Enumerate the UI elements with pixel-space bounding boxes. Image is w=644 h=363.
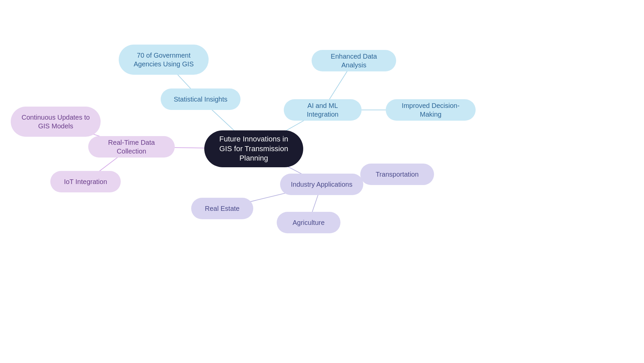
statistical-insights-label: Statistical Insights	[174, 95, 227, 104]
real-estate-node: Real Estate	[191, 198, 253, 219]
center-label: Future Innovations in GIS for Transmissi…	[214, 134, 294, 163]
ai-ml-label: AI and ML Integration	[293, 101, 352, 119]
industry-label: Industry Applications	[291, 180, 352, 189]
agriculture-node: Agriculture	[277, 212, 340, 233]
ai-ml-node: AI and ML Integration	[284, 99, 362, 121]
improved-decision-label: Improved Decision-Making	[395, 101, 466, 119]
transportation-label: Transportation	[376, 170, 419, 179]
improved-decision-node: Improved Decision-Making	[386, 99, 476, 121]
real-estate-label: Real Estate	[205, 204, 239, 213]
real-time-label: Real-Time Data Collection	[98, 138, 165, 156]
continuous-updates-node: Continuous Updates to GIS Models	[11, 107, 101, 137]
iot-node: IoT Integration	[50, 171, 121, 192]
transportation-node: Transportation	[360, 164, 434, 185]
gov-agencies-node: 70 of Government Agencies Using GIS	[119, 45, 209, 75]
gov-agencies-label: 70 of Government Agencies Using GIS	[128, 51, 199, 68]
continuous-updates-label: Continuous Updates to GIS Models	[20, 113, 91, 130]
iot-label: IoT Integration	[64, 177, 107, 186]
real-time-node: Real-Time Data Collection	[88, 136, 175, 158]
statistical-insights-node: Statistical Insights	[161, 88, 240, 110]
agriculture-label: Agriculture	[292, 218, 325, 227]
enhanced-data-node: Enhanced Data Analysis	[312, 50, 396, 71]
center-node: Future Innovations in GIS for Transmissi…	[204, 130, 303, 167]
enhanced-data-label: Enhanced Data Analysis	[321, 52, 387, 69]
industry-node: Industry Applications	[280, 174, 363, 195]
